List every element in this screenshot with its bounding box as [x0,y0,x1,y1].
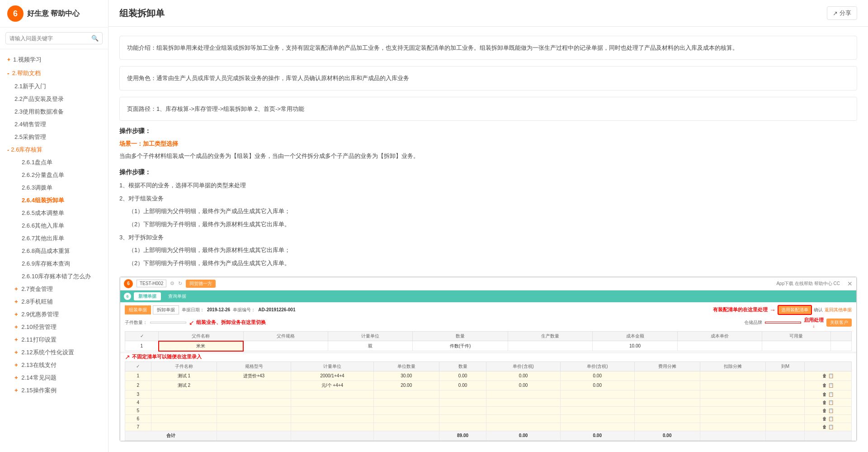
lower-td-ops-1[interactable]: 🗑 📋 [805,371,852,381]
lower-td-deduct-1 [700,371,765,381]
lower-td-check-2[interactable]: 2 [125,381,151,390]
sidebar-item-2-5[interactable]: 2.5采购管理 [0,131,108,143]
arrow-annotation2-icon: ↙ [189,319,194,326]
sidebar-item-2-2[interactable]: 2.2产品安装及登录 [0,93,108,105]
upper-td-check-1[interactable]: 1 [125,341,159,351]
plus-icon-2-7: + [14,285,18,292]
sidebar-item-2-6-2[interactable]: 2.6.2分量盘点单 [0,169,108,181]
sidebar-item-2-6-8[interactable]: 2.6.8商品成本重算 [0,245,108,257]
search-input[interactable] [9,35,91,42]
footer-label: 合计 [125,431,217,440]
sidebar-item-2[interactable]: - 2.帮助文档 [0,67,108,80]
lower-td-ops-3[interactable]: 🗑 📋 [805,390,852,398]
search-field[interactable] [765,322,801,324]
sidebar-item-2-4[interactable]: 2.4销售管理 [0,118,108,131]
toolbar-logo-icon: 6 [124,293,131,300]
app-form-area: 组装单据 拆卸单据 单据日期： 2019-12-26 单据编号： AD-2019… [120,302,856,331]
sidebar-item-2-6-3[interactable]: 2.6.3调拨单 [0,181,108,194]
sidebar-item-2-6-9[interactable]: 2.6.9库存账本查询 [0,257,108,270]
lower-td-spec-1: 进货价+43 [217,371,291,381]
sidebar-item-2-6-6[interactable]: 2.6.6其他入库单 [0,219,108,232]
sidebar-item-2-6-7[interactable]: 2.6.7其他出库单 [0,232,108,245]
lower-td-spec-2 [217,381,291,390]
footer-total-fee: 0.00 [634,431,700,440]
lower-td-check-1[interactable]: 1 [125,371,151,381]
lower-table-row-6: 6🗑 📋 [125,414,852,423]
lower-td-ops-7[interactable]: 🗑 📋 [805,423,852,431]
upper-th-qty: 数量 [413,331,508,341]
upper-td-unit-1: 双 [328,341,412,351]
lower-td-ops-4[interactable]: 🗑 📋 [805,398,852,406]
topbar-icons: App下载 在线帮助 帮助中心 CC [776,281,840,287]
lower-table-row-4: 4🗑 📋 [125,398,852,406]
sidebar-item-2-11[interactable]: + 2.11打印设置 [0,333,108,346]
sidebar-item-2-10[interactable]: + 2.10经营管理 [0,321,108,333]
search-area: 🔍 [0,28,108,49]
lower-td-ops-6[interactable]: 🗑 📋 [805,414,852,423]
lower-td-unit-1: 2000/1+4+4 [291,371,373,381]
lower-table-row-3: 3🗑 📋 [125,390,852,398]
sidebar-item-2-6-5[interactable]: 2.6.5成本调整单 [0,207,108,219]
search-box[interactable]: 🔍 [5,32,103,44]
upper-td-parent-name-1[interactable]: 米米 [159,341,243,351]
lower-th-fee: 费用分摊 [634,362,700,371]
sidebar-item-2-6[interactable]: - 2.6库存核算 [0,143,108,156]
sidebar-item-2-12[interactable]: + 2.12系统个性化设置 [0,346,108,359]
sidebar-item-2-6-10[interactable]: 2.6.10库存账本错了怎么办 [0,270,108,283]
path-block: 页面路径：1、库存核算->库存管理->组装拆卸单 2、首页->常用功能 [119,97,857,121]
upper-td-prod-qty-1 [508,341,593,351]
sidebar-item-2-9[interactable]: + 2.9优惠券管理 [0,308,108,321]
close-icon[interactable]: ✕ [847,280,853,287]
lower-td-name-1[interactable]: 测试 1 [151,371,217,381]
docno-value: AD-20191226-001 [258,307,295,312]
sidebar-item-1-label: 1.视频学习 [13,56,42,64]
share-button[interactable]: ↗ 分享 [827,6,857,20]
sidebar-item-1[interactable]: + 1.视频学习 [0,53,108,67]
lower-td-name-2[interactable]: 测试 2 [151,381,217,390]
sidebar-item-2-7[interactable]: + 2.7资金管理 [0,283,108,295]
lower-td-price1-2: 0.00 [486,381,561,390]
scene1-title: 场景一：加工类型选择 [119,140,857,148]
lower-table-row-5: 5🗑 📋 [125,406,852,414]
toolbar-tab-query[interactable]: 查询单据 [164,292,191,300]
doc-type-select[interactable]: 组装单据 拆卸单据 [125,305,179,314]
arrow-right-icon: → [769,306,776,314]
doc-type-disassembly[interactable]: 拆卸单据 [153,305,179,314]
lower-td-ops-5[interactable]: 🗑 📋 [805,406,852,414]
upper-th-parent-spec: 父件规格 [243,331,328,341]
lower-td-ops-2[interactable]: 🗑 📋 [805,381,852,390]
app-toolbar: 6 新增单据 查询单据 [120,290,856,302]
sidebar-item-2-8[interactable]: + 2.8手机旺辅 [0,295,108,308]
doc-type-assembly[interactable]: 组装单据 [125,305,151,314]
logo-area: 6 好生意 帮助中心 [0,0,108,28]
upper-th-parent-name: 父件名称 [159,331,243,341]
search-icon[interactable]: 🔍 [91,35,99,42]
upper-th-prod-qty: 生产数量 [508,331,593,341]
sidebar-item-2-6-1[interactable]: 2.6.1盘点单 [0,156,108,169]
sidebar-item-2-15[interactable]: + 2.15操作案例 [0,384,108,397]
nav-btn[interactable]: 同贺德一方 [186,280,216,288]
plus-icon-2-15: + [14,387,18,394]
dept-input[interactable] [150,322,186,324]
associate-customer-btn[interactable]: 关联客户 [826,319,852,327]
sidebar-item-2-14[interactable]: + 2.14常见问题 [0,371,108,384]
lower-td-action-2 [766,381,805,390]
upper-th-action [830,331,851,341]
lower-table-container: ↗ 不固定清单可以随便在这里录入 ✓ 子件名称 规格型号 计量单位 单位数量 [120,353,856,441]
upper-table: ✓ 父件名称 父件规格 计量单位 数量 生产数量 成本金额 成本单价 可用量 [125,331,852,352]
toolbar-tab-new[interactable]: 新增单据 [134,292,161,300]
sidebar-item-2-6-4[interactable]: 2.6.4组装拆卸单 [0,194,108,207]
main-content: 组装拆卸单 ↗ 分享 功能介绍：组装拆卸单用来处理企业组装或拆卸等加工业务，支持… [108,0,868,452]
upper-td-action-1[interactable] [830,341,851,351]
annotation3-text: 启用处理 [804,317,824,324]
step3: 3、对于拆卸业务 [119,232,857,243]
minus-icon: - [7,70,9,77]
arrow-down-icon: ↓ [813,324,815,328]
plus-icon: + [7,57,10,63]
sidebar-item-2-13[interactable]: + 2.13在线支付 [0,359,108,371]
select-bom-btn[interactable]: 选用装配清单 [778,305,812,315]
upper-td-parent-spec-1[interactable] [243,341,328,351]
date-label: 单据日期： [182,307,204,313]
sidebar-item-2-1[interactable]: 2.1新手入门 [0,80,108,93]
sidebar-item-2-3[interactable]: 2.3使用前数据准备 [0,105,108,118]
